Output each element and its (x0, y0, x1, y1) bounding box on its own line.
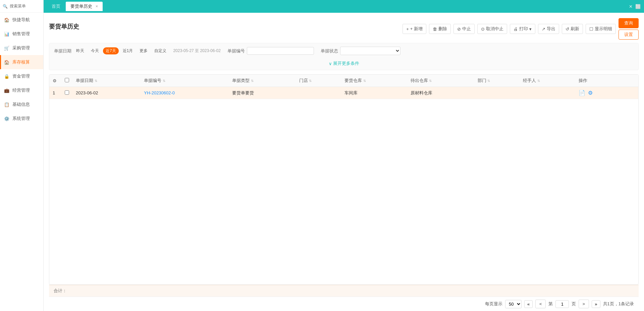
sidebar-item-label: 经营管理 (12, 87, 30, 93)
cell-checkbox[interactable] (61, 87, 72, 99)
edit-icon[interactable]: ⚙ (588, 90, 593, 96)
expand-label: 展开更多条件 (333, 60, 359, 66)
date-filter-label: 单据日期 (54, 48, 71, 54)
docno-input[interactable] (247, 47, 314, 55)
row-checkbox[interactable] (65, 90, 69, 95)
delete-button[interactable]: 🗑 删除 (429, 24, 451, 34)
date-btn-7days[interactable]: 近7天 (103, 47, 119, 54)
page-end-label: 页 (572, 301, 576, 307)
briefcase-icon: 💼 (4, 87, 10, 93)
view-icon[interactable]: 📄 (579, 90, 585, 96)
refresh-label: 刷新 (571, 26, 579, 32)
per-page-select[interactable]: 50 (505, 300, 522, 308)
sort-doc-type-icon: ⇅ (251, 79, 254, 83)
col-doc-type[interactable]: 单据类型 ⇅ (229, 75, 296, 87)
current-page-input[interactable] (555, 300, 569, 308)
new-button[interactable]: + + 新增 (402, 24, 426, 34)
cell-no: 1 (49, 87, 61, 99)
sidebar-item-label: 采购管理 (12, 45, 30, 51)
sidebar-item-base[interactable]: 📋 基础信息 (0, 97, 43, 112)
cart-icon: 🛒 (4, 45, 10, 51)
col-handler[interactable]: 经手人 ⇅ (520, 75, 575, 87)
cell-handler (520, 87, 575, 99)
date-btn-custom[interactable]: 自定义 (152, 47, 169, 54)
display-detail-button[interactable]: ☐ 显示明细 (586, 24, 616, 34)
col-checkbox (61, 75, 72, 87)
sort-pending-warehouse-icon: ⇅ (429, 79, 432, 83)
col-department[interactable]: 部门 ⇅ (474, 75, 520, 87)
topbar-close-icon[interactable]: ✕ (629, 4, 633, 9)
date-btn-more[interactable]: 更多 (137, 47, 150, 54)
query-button[interactable]: 查询 (619, 18, 639, 28)
col-settings[interactable]: ⚙ (49, 75, 61, 87)
sidebar-item-label: 销售管理 (12, 31, 30, 37)
table-row: 1 2023-06-02 YH-20230602-0 要货单要货 车间库 原材料… (49, 87, 638, 99)
col-req-warehouse[interactable]: 要货仓库 ⇅ (341, 75, 407, 87)
chart-icon: 📊 (4, 31, 10, 37)
tab-home[interactable]: 首页 (47, 2, 65, 11)
next-page-button[interactable]: ＞ (579, 300, 589, 308)
date-range-display: 2023-05-27 至 2023-06-02 (173, 48, 220, 54)
last-page-button[interactable]: » (592, 300, 600, 308)
sort-doc-date-icon: ⇅ (95, 79, 97, 83)
sidebar: 🔍 搜索菜单 🏠 快捷导航 📊 销售管理 🛒 采购管理 🏠 库存核算 🔒 资金管… (0, 0, 44, 311)
stop-icon: ⊘ (457, 27, 461, 32)
print-button[interactable]: 🖨 打印 ▾ (510, 24, 535, 34)
expand-conditions-button[interactable]: ∨ 展开更多条件 (329, 60, 359, 66)
new-label: + 新增 (410, 26, 423, 32)
date-btn-today[interactable]: 今天 (88, 47, 102, 54)
sidebar-item-label: 基础信息 (12, 101, 30, 107)
tab-requisition-label: 要货单历史 (70, 3, 92, 9)
status-select[interactable] (340, 47, 400, 55)
sidebar-item-quick-nav[interactable]: 🏠 快捷导航 (0, 13, 43, 27)
tab-close-icon[interactable]: × (96, 4, 98, 9)
print-icon: 🖨 (514, 27, 518, 32)
export-button[interactable]: ↗ 导出 (538, 24, 559, 34)
cancel-stop-button[interactable]: ⊙ 取消中止 (477, 24, 507, 34)
sidebar-item-label: 系统管理 (12, 116, 30, 122)
col-doc-no[interactable]: 单据编号 ⇅ (141, 75, 229, 87)
col-store[interactable]: 门店 ⇅ (296, 75, 341, 87)
prev-page-button[interactable]: ＜ (535, 300, 546, 308)
date-btn-1month[interactable]: 近1月 (120, 47, 136, 54)
doc-no-link[interactable]: YH-20230602-0 (144, 90, 175, 95)
refresh-button[interactable]: ↺ 刷新 (562, 24, 583, 34)
delete-icon: 🗑 (433, 27, 437, 32)
main-area: 首页 要货单历史 × ✕ ⬜ 要货单历史 + + 新增 🗑 删除 (44, 0, 644, 311)
sidebar-item-purchase[interactable]: 🛒 采购管理 (0, 41, 43, 55)
sidebar-item-system[interactable]: ⚙️ 系统管理 (0, 112, 43, 126)
settings-button[interactable]: 设置 (619, 30, 639, 40)
search-menu[interactable]: 🔍 搜索菜单 (0, 0, 43, 13)
cell-doc-date: 2023-06-02 (72, 87, 141, 99)
print-chevron-icon: ▾ (529, 27, 532, 32)
select-all-checkbox[interactable] (65, 78, 69, 82)
export-label: 导出 (547, 26, 555, 32)
stop-button[interactable]: ⊘ 中止 (453, 24, 475, 34)
tab-requisition-history[interactable]: 要货单历史 × (66, 2, 103, 11)
settings-label: 设置 (624, 32, 633, 38)
data-table: ⚙ 单据日期 ⇅ 单据编号 ⇅ 单据类型 (49, 75, 638, 99)
refresh-icon: ↺ (566, 27, 569, 32)
topbar-right: ✕ ⬜ (629, 4, 641, 9)
page-title: 要货单历史 (49, 23, 79, 31)
sidebar-item-inventory[interactable]: 🏠 库存核算 (0, 55, 43, 69)
sidebar-item-finance[interactable]: 🔒 资金管理 (0, 69, 43, 83)
query-label: 查询 (624, 20, 633, 26)
sidebar-item-sales[interactable]: 📊 销售管理 (0, 27, 43, 41)
total-pages-label: 共1页，1条记录 (603, 301, 634, 307)
date-btn-yesterday[interactable]: 昨天 (73, 47, 87, 54)
cell-req-warehouse: 车间库 (341, 87, 407, 99)
sidebar-item-ops[interactable]: 💼 经营管理 (0, 83, 43, 97)
footer-totals: 合计： (49, 285, 639, 297)
sort-doc-no-icon: ⇅ (163, 79, 165, 83)
sort-department-icon: ⇅ (487, 79, 490, 83)
stop-label: 中止 (462, 26, 471, 32)
cell-store (296, 87, 341, 99)
data-table-wrap: ⚙ 单据日期 ⇅ 单据编号 ⇅ 单据类型 (49, 74, 639, 285)
col-doc-date[interactable]: 单据日期 ⇅ (72, 75, 141, 87)
gear-icon: ⚙️ (4, 116, 10, 122)
topbar-maximize-icon[interactable]: ⬜ (635, 4, 641, 9)
col-pending-warehouse[interactable]: 待出仓库 ⇅ (407, 75, 474, 87)
per-page-label: 每页显示 (485, 301, 502, 307)
first-page-button[interactable]: « (524, 300, 533, 308)
